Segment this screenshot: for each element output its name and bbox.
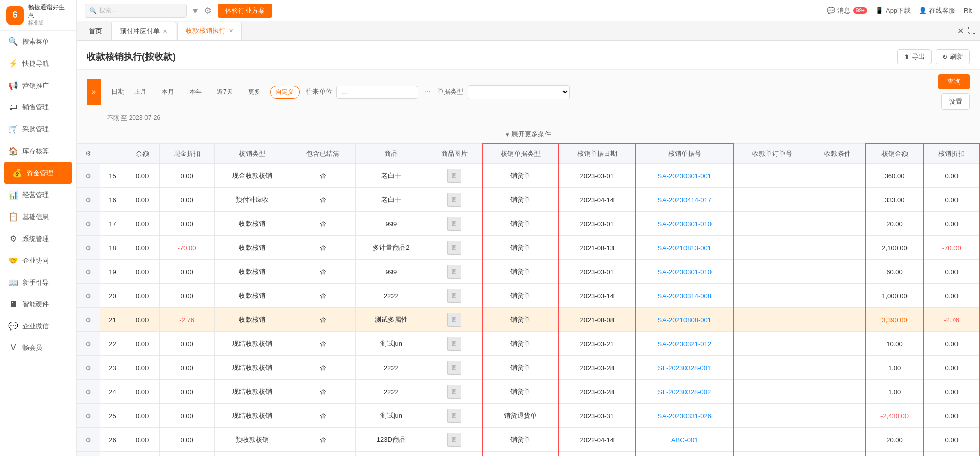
cell-gear[interactable]: ⚙	[77, 452, 100, 457]
cell-verify_bill_no[interactable]: SA-20230301-010	[635, 212, 734, 236]
cell-verify_type: 收款核销	[214, 260, 290, 284]
cell-gear[interactable]: ⚙	[77, 380, 100, 404]
topbar-settings-icon[interactable]: ⚙	[204, 5, 212, 16]
cell-include_cleared: 否	[290, 260, 355, 284]
cell-receipt_condition	[810, 404, 866, 428]
cell-verify_bill_no[interactable]: SA-20230301-001	[635, 164, 734, 188]
tab-verify-close[interactable]: ✕	[229, 28, 233, 34]
cell-verify_bill_no[interactable]: SL-20230328-001	[635, 356, 734, 380]
sidebar-icon-12: 🖥	[8, 300, 18, 309]
cell-include_cleared: 否	[290, 236, 355, 260]
cell-gear[interactable]: ⚙	[77, 188, 100, 212]
sidebar-item-11[interactable]: 📖新手引导	[0, 272, 76, 294]
verify-bill-no-link[interactable]: SA-20230301-010	[657, 220, 712, 228]
cell-verify_bill_no[interactable]: SA-20230321-012	[635, 332, 734, 356]
query-btn[interactable]: 查询	[938, 74, 970, 89]
cell-gear[interactable]: ⚙	[77, 428, 100, 452]
tab-home[interactable]: 首页	[81, 22, 110, 40]
verify-bill-no-link[interactable]: ABC-001	[671, 436, 698, 444]
sidebar-item-14[interactable]: V畅会员	[0, 337, 76, 358]
verify-bill-no-link[interactable]: SA-20230321-012	[657, 340, 712, 348]
cell-verify_bill_no[interactable]: ABC-001	[635, 428, 734, 452]
cell-verify_type: 收款核销	[214, 212, 290, 236]
filter-partner-input[interactable]	[336, 86, 418, 99]
cell-verify_bill_no[interactable]: SA-20210808-001	[635, 308, 734, 332]
cell-goods: 测试多属性	[356, 308, 427, 332]
topbar-dropdown-icon[interactable]: ▾	[193, 5, 198, 16]
cell-no: 27	[100, 452, 125, 457]
cell-verify_amount: 20.00	[866, 428, 924, 452]
sidebar-item-12[interactable]: 🖥智能硬件	[0, 294, 76, 315]
filter-custom[interactable]: 自定义	[270, 86, 300, 99]
cell-verify_bill_no[interactable]: SA-20210813-001	[635, 236, 734, 260]
tab-close-all-icon[interactable]: ✕	[957, 26, 964, 36]
verify-bill-no-link[interactable]: SL-20230328-001	[658, 364, 711, 372]
tab-verify[interactable]: 收款核销执行 ✕	[177, 22, 242, 40]
sidebar-item-10[interactable]: 🤝企业协同	[0, 250, 76, 272]
sidebar-item-0[interactable]: 🔍搜索菜单	[0, 31, 76, 53]
filter-last-month[interactable]: 上月	[129, 86, 152, 99]
filter-7days[interactable]: 近7天	[211, 86, 238, 99]
cell-gear[interactable]: ⚙	[77, 236, 100, 260]
sidebar-item-4[interactable]: 🛒采购管理	[0, 118, 76, 140]
sidebar-item-3[interactable]: 🏷销售管理	[0, 97, 76, 118]
filter-this-month[interactable]: 本月	[156, 86, 180, 99]
verify-bill-no-link[interactable]: SA-20230314-008	[657, 292, 712, 300]
verify-bill-no-link[interactable]: SA-20230414-017	[657, 196, 712, 204]
cell-gear[interactable]: ⚙	[77, 356, 100, 380]
sidebar-item-1[interactable]: ⚡快捷导航	[0, 53, 76, 75]
sidebar-item-8[interactable]: 📋基础信息	[0, 206, 76, 228]
cell-gear[interactable]: ⚙	[77, 308, 100, 332]
verify-bill-no-link[interactable]: SL-20230328-002	[658, 388, 711, 396]
cell-verify_type: 现结收款核销	[214, 380, 290, 404]
refresh-btn[interactable]: ↻ 刷新	[936, 49, 970, 64]
verify-bill-no-link[interactable]: SA-20230301-001	[657, 172, 712, 180]
tab-prepaid[interactable]: 预付冲应付单 ✕	[111, 22, 176, 40]
cell-gear[interactable]: ⚙	[77, 212, 100, 236]
cell-verify_bill_no[interactable]: SA-20230301-010	[635, 260, 734, 284]
filter-this-year[interactable]: 本年	[184, 86, 207, 99]
cell-verify_type: 收款核销	[214, 284, 290, 308]
cell-verify_bill_no[interactable]: SA-20230314-008	[635, 284, 734, 308]
cell-verify_bill_no[interactable]: SL-20230408-001	[635, 452, 734, 457]
cell-include_cleared: 否	[290, 188, 355, 212]
sidebar-item-13[interactable]: 💬企业微信	[0, 315, 76, 337]
industry-btn[interactable]: 体验行业方案	[218, 4, 272, 18]
filter-bill-type-select[interactable]	[468, 85, 570, 99]
verify-bill-no-link[interactable]: SA-20210808-001	[657, 316, 712, 324]
filter-more[interactable]: 更多	[242, 86, 266, 99]
cell-gear[interactable]: ⚙	[77, 332, 100, 356]
filter-toggle-arrow[interactable]: »	[87, 79, 101, 105]
verify-bill-no-link[interactable]: SA-20210813-001	[657, 244, 712, 252]
export-btn[interactable]: ⬆ 导出	[897, 49, 932, 64]
cell-gear[interactable]: ⚙	[77, 404, 100, 428]
cell-verify_bill_no[interactable]: SL-20230328-002	[635, 380, 734, 404]
filter-partner-more[interactable]: ···	[424, 87, 431, 97]
cell-verify_bill_date: 2023-03-01	[559, 260, 635, 284]
sidebar-item-9[interactable]: ⚙系统管理	[0, 228, 76, 250]
verify-bill-no-link[interactable]: SA-20230331-026	[657, 412, 712, 420]
cell-verify_bill_no[interactable]: SA-20230331-026	[635, 404, 734, 428]
sidebar-label-8: 基础信息	[22, 212, 49, 222]
sidebar-item-5[interactable]: 🏠库存核算	[0, 140, 76, 162]
cell-goods: 123D商品	[356, 428, 427, 452]
setting-btn[interactable]: 设置	[941, 93, 970, 110]
cell-gear[interactable]: ⚙	[77, 260, 100, 284]
user-name-btn[interactable]: Rit	[964, 7, 972, 14]
tab-expand-icon[interactable]: ⛶	[968, 26, 976, 36]
sidebar-label-13: 企业微信	[22, 322, 49, 331]
cell-gear[interactable]: ⚙	[77, 284, 100, 308]
cell-receipt_order_no	[734, 236, 810, 260]
verify-bill-no-link[interactable]: SA-20230301-010	[657, 268, 712, 276]
sidebar-item-7[interactable]: 📊经营管理	[0, 184, 76, 206]
app-download-btn[interactable]: 📱 App下载	[875, 6, 911, 15]
sidebar-item-6[interactable]: 💰资金管理	[4, 162, 72, 184]
message-btn[interactable]: 💬 消息 99+	[827, 6, 867, 15]
tab-prepaid-close[interactable]: ✕	[163, 28, 167, 35]
cell-verify_bill_no[interactable]: SA-20230414-017	[635, 188, 734, 212]
cell-verify_type: 现金收款核销	[214, 164, 290, 188]
expand-conditions-btn[interactable]: ▾ 展开更多条件	[500, 128, 557, 141]
cell-gear[interactable]: ⚙	[77, 164, 100, 188]
sidebar-item-2[interactable]: 📢营销推广	[0, 75, 76, 97]
online-service-btn[interactable]: 👤 在线客服	[919, 6, 955, 15]
